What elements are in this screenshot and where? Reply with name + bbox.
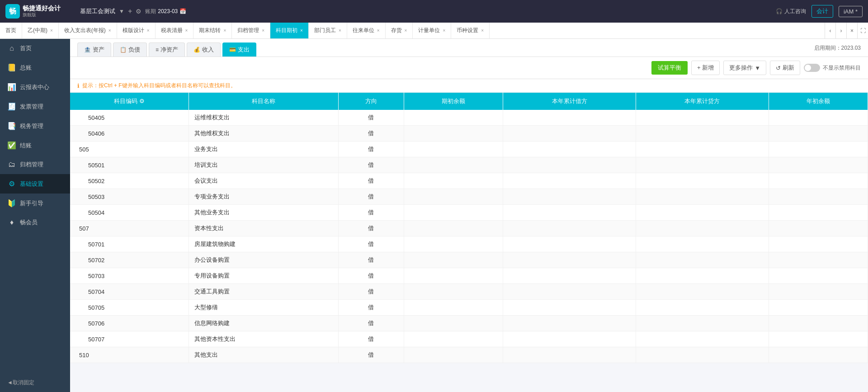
tab-close-btn[interactable]: ×: [846, 23, 857, 39]
tab-kemu[interactable]: 科目期初×: [270, 23, 309, 39]
tab-bizhong[interactable]: 币种设置×: [451, 23, 490, 39]
sidebar-label-settings: 基础设置: [20, 180, 43, 188]
sub-tab-zichan[interactable]: 🏦 资产: [77, 43, 111, 57]
refresh-icon: ↺: [776, 65, 781, 71]
cell-nian_yue: [769, 110, 868, 126]
cell-name: 运维维权支出: [189, 110, 339, 126]
sidebar-item-invoice[interactable]: 🧾 发票管理: [0, 97, 70, 116]
tab-qimo[interactable]: 期末结转×: [193, 23, 232, 39]
logo-icon: 畅: [5, 4, 20, 19]
cell-name: 其他业务支出: [189, 205, 339, 221]
cell-name: 办公设备购置: [189, 252, 339, 268]
table-row[interactable]: 50703专用设备购置借: [70, 268, 868, 284]
sub-tab-zhichu[interactable]: 💳 支出: [222, 43, 256, 57]
col-code: 科目编码 ⚙: [70, 93, 189, 110]
sub-tab-shouru2[interactable]: 💰 收入: [187, 43, 221, 57]
table-row[interactable]: 50704交通工具购置借: [70, 284, 868, 300]
close-tab-icon[interactable]: ×: [300, 28, 303, 33]
close-tab-icon[interactable]: ×: [185, 28, 188, 33]
table-row[interactable]: 50705大型修缮借: [70, 300, 868, 316]
top-right: 🎧 人工咨询 会计 iAM *: [776, 5, 863, 18]
sub-tab-fuze[interactable]: 📋 负债: [113, 43, 147, 57]
close-tab-icon[interactable]: ×: [443, 28, 445, 33]
close-tab-icon[interactable]: ×: [481, 28, 484, 33]
table-row[interactable]: 50702办公设备购置借: [70, 252, 868, 268]
tab-jiliang[interactable]: 计量单位×: [413, 23, 451, 39]
close-tab-icon[interactable]: ×: [339, 28, 341, 33]
cell-nian_yue: [769, 126, 868, 142]
close-tab-icon[interactable]: ×: [377, 28, 380, 33]
table-row[interactable]: 50504其他业务支出借: [70, 205, 868, 221]
close-tab-icon[interactable]: ×: [223, 28, 226, 33]
cell-direction: 借: [338, 221, 404, 236]
sidebar-icon-invoice: 🧾: [7, 102, 16, 111]
table-row[interactable]: 50706信息网络购建借: [70, 316, 868, 331]
calendar-icon[interactable]: 📅: [179, 8, 186, 14]
table-wrap[interactable]: 科目编码 ⚙科目名称方向期初余额本年累计借方本年累计贷方年初余额50405运维维…: [70, 93, 868, 392]
tab-cunkuo[interactable]: 存货×: [386, 23, 413, 39]
toolbar-right: 试算平衡 + 新增 更多操作 ▼ ↺ 刷新 不显示禁用科目: [651, 61, 861, 75]
tab-wanglai[interactable]: 往来单位×: [347, 23, 386, 39]
balance-button[interactable]: 试算平衡: [651, 61, 688, 75]
service-button[interactable]: 🎧 人工咨询: [776, 8, 806, 15]
tab-next-btn[interactable]: ›: [835, 23, 846, 39]
sidebar-collapse-btn[interactable]: ◄取消固定: [0, 373, 70, 392]
sidebar-item-report[interactable]: 📊 云报表中心: [0, 77, 70, 97]
tab-bumen[interactable]: 部门员工×: [309, 23, 347, 39]
tab-shouru[interactable]: 收入支出表(年报)×: [59, 23, 117, 39]
table-row[interactable]: 507资本性支出借: [70, 221, 868, 236]
table-row[interactable]: 50501培训支出借: [70, 157, 868, 173]
tab-prev-btn[interactable]: ‹: [825, 23, 835, 39]
col-settings-icon[interactable]: ⚙: [139, 98, 145, 104]
close-tab-icon[interactable]: ×: [262, 28, 264, 33]
add-project-icon[interactable]: +: [128, 7, 132, 15]
sidebar-label-archive: 归档管理: [20, 161, 43, 169]
close-tab-icon[interactable]: ×: [147, 28, 150, 33]
sidebar-icon-guide: 🔰: [7, 199, 16, 208]
add-button[interactable]: + 新增: [691, 61, 720, 75]
tab-qijian[interactable]: 乙(中期)×: [22, 23, 59, 39]
sidebar-item-settle[interactable]: ✅ 结账: [0, 136, 70, 155]
disable-toggle[interactable]: [804, 64, 820, 72]
sidebar-item-general[interactable]: 📒 总账: [0, 58, 70, 77]
refresh-button[interactable]: ↺ 刷新: [770, 61, 800, 75]
close-tab-icon[interactable]: ×: [108, 28, 111, 33]
sidebar-item-archive[interactable]: 🗂 归档管理: [0, 155, 70, 174]
kuaiji-button[interactable]: 会计: [811, 5, 833, 18]
sub-tab-label-shouru2: 收入: [202, 46, 214, 54]
close-tab-icon[interactable]: ×: [50, 28, 53, 33]
table-row[interactable]: 50701房屋建筑物购建借: [70, 236, 868, 252]
sidebar-item-guide[interactable]: 🔰 新手引导: [0, 194, 70, 213]
table-row[interactable]: 50503专项业务支出借: [70, 189, 868, 205]
sub-tab-jing[interactable]: ≡ 净资产: [149, 43, 185, 57]
tab-muban[interactable]: 模版设计×: [117, 23, 156, 39]
dropdown-icon[interactable]: ▼: [119, 8, 124, 14]
sidebar-item-home[interactable]: ⌂ 首页: [0, 39, 70, 58]
settings-icon[interactable]: ⚙: [136, 8, 142, 15]
table-row[interactable]: 505业务支出借: [70, 142, 868, 157]
tab-shuibiao[interactable]: 税表清册×: [156, 23, 194, 39]
sidebar-item-member[interactable]: ♦ 畅会员: [0, 213, 70, 232]
cell-leijidai: [636, 173, 769, 189]
table-row[interactable]: 510其他支出借: [70, 347, 868, 363]
cell-nian_yue: [769, 142, 868, 157]
sidebar-item-settings[interactable]: ⚙ 基础设置: [0, 174, 70, 194]
close-tab-icon[interactable]: ×: [405, 28, 407, 33]
cell-code: 50707: [70, 331, 189, 347]
tab-guidang[interactable]: 归档管理×: [232, 23, 270, 39]
period-tip: 启用期间：2023.03: [814, 44, 861, 55]
sidebar-label-guide: 新手引导: [20, 199, 43, 208]
cell-direction: 借: [338, 236, 404, 252]
sidebar-item-tax[interactable]: 📑 税务管理: [0, 116, 70, 136]
cell-qichuyue: [404, 236, 503, 252]
cell-direction: 借: [338, 268, 404, 284]
table-row[interactable]: 50405运维维权支出借: [70, 110, 868, 126]
table-row[interactable]: 50707其他资本性支出借: [70, 331, 868, 347]
tab-expand-btn[interactable]: ⛶: [857, 23, 868, 39]
table-row[interactable]: 50502会议支出借: [70, 173, 868, 189]
table-row[interactable]: 50406其他维权支出借: [70, 126, 868, 142]
cell-leijijie: [503, 252, 636, 268]
tab-home[interactable]: 首页: [0, 23, 22, 39]
iam-button[interactable]: iAM *: [839, 6, 863, 17]
more-button[interactable]: 更多操作 ▼: [723, 61, 766, 75]
